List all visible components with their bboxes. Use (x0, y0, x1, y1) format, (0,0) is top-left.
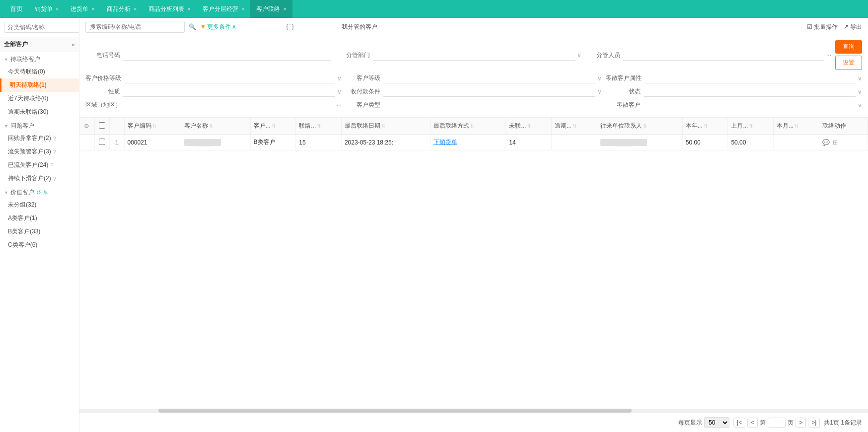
nav-product-analysis-list[interactable]: 商品分析列表 × (143, 0, 196, 18)
col-overdue[interactable]: 逾期... ⇅ (552, 118, 597, 135)
action-more-icon[interactable]: ⊞ (833, 139, 838, 146)
page-number-input[interactable]: 1 (768, 418, 786, 428)
col-this-month[interactable]: 本月... ⇅ (774, 118, 819, 135)
sidebar-item-tomorrow-contact[interactable]: 明天待联络(1) (0, 78, 79, 92)
query-button[interactable]: 查询 (835, 40, 862, 54)
all-customers-header[interactable]: 全部客户 « (0, 37, 79, 52)
sort-date-icon[interactable]: ⇅ (381, 123, 385, 129)
manager-input[interactable] (623, 50, 824, 61)
group-value-customer[interactable]: 价值客户 ↺ ✎ (0, 185, 79, 198)
retail-customer-dropdown-icon[interactable]: ∨ (858, 102, 862, 109)
sort-type-icon[interactable]: ⇅ (272, 123, 276, 129)
row-name[interactable]: ████ (181, 135, 250, 150)
sidebar-item-class-a[interactable]: A类客户(1) (0, 212, 79, 225)
sidebar-search-input[interactable] (4, 22, 79, 33)
help-churn-icon[interactable]: ? (53, 149, 56, 155)
nature-dropdown-icon[interactable]: ∨ (337, 88, 342, 95)
help-churned-icon[interactable]: ? (50, 162, 53, 168)
row-checkbox[interactable] (99, 139, 105, 145)
more-conditions-button[interactable]: ▼ 更多条件 ∧ (200, 23, 236, 31)
horizontal-scrollbar[interactable] (79, 409, 868, 413)
status-input[interactable] (644, 86, 856, 97)
sidebar-item-today-contact[interactable]: 今天待联络(0) (0, 65, 79, 78)
col-last-month[interactable]: 上月... ⇅ (728, 118, 774, 135)
edit-value-icon[interactable]: ✎ (43, 189, 48, 196)
customer-level-input[interactable] (383, 73, 595, 83)
my-customers-checkbox[interactable] (240, 24, 340, 30)
col-last-contact-method[interactable]: 最后联络方式 ⇅ (430, 118, 506, 135)
retail-attr-input[interactable]: 全部 (645, 73, 856, 83)
close-purchase-order-icon[interactable]: × (91, 6, 94, 12)
customer-level-dropdown-icon[interactable]: ∨ (597, 75, 602, 82)
help-repurchase-icon[interactable]: ? (53, 136, 56, 142)
prev-page-button[interactable]: < (747, 418, 758, 428)
col-gear[interactable]: ⚙ (79, 118, 94, 135)
batch-operation-button[interactable]: ☑ 批量操作 (807, 23, 838, 31)
contact-method-link[interactable]: 下销货单 (434, 139, 457, 145)
nav-home[interactable]: 首页 (4, 0, 29, 18)
action-chat-icon[interactable]: 💬 (822, 139, 830, 146)
customer-type-input[interactable] (383, 100, 602, 110)
sort-contact-icon[interactable]: ⇅ (317, 123, 321, 129)
col-uncontacted[interactable]: 未联... ⇅ (506, 118, 552, 135)
row-checkbox-cell[interactable] (94, 135, 109, 150)
manager-more-icon[interactable]: ··· (826, 52, 831, 59)
select-all-checkbox[interactable] (99, 122, 105, 129)
area-more-icon[interactable]: ··· (337, 102, 342, 109)
search-input[interactable] (85, 21, 185, 33)
sidebar-item-churn-warning[interactable]: 流失预警客户(3) ? (0, 145, 79, 158)
sort-method-icon[interactable]: ⇅ (470, 123, 474, 129)
status-dropdown-icon[interactable]: ∨ (858, 88, 862, 95)
last-page-button[interactable]: >| (808, 418, 820, 428)
close-product-analysis-icon[interactable]: × (134, 6, 137, 12)
payment-input[interactable] (383, 86, 595, 97)
nature-input[interactable] (123, 86, 335, 97)
nav-purchase-order[interactable]: 进货单 × (65, 0, 100, 18)
nav-product-analysis[interactable]: 商品分析 × (101, 0, 143, 18)
collapse-sidebar-icon[interactable]: « (72, 41, 75, 48)
sort-lastmonth-icon[interactable]: ⇅ (749, 123, 753, 129)
sort-thismonth-icon[interactable]: ⇅ (795, 123, 798, 129)
sort-name-icon[interactable]: ⇅ (209, 123, 213, 129)
dept-input[interactable] (373, 50, 575, 61)
export-button[interactable]: ↗ 导出 (844, 23, 862, 31)
group-problem-customer[interactable]: 问题客户 (0, 119, 79, 132)
retail-attr-dropdown-icon[interactable]: ∨ (858, 75, 862, 82)
sort-year-icon[interactable]: ⇅ (704, 123, 708, 129)
price-level-dropdown-icon[interactable]: ∨ (337, 75, 342, 82)
phone-input[interactable] (123, 50, 331, 61)
sidebar-item-class-c[interactable]: C类客户(6) (0, 238, 79, 252)
retail-customer-input[interactable]: 全部 (644, 100, 856, 110)
refresh-value-icon[interactable]: ↺ (36, 189, 41, 196)
setting-button[interactable]: 设置 (835, 56, 862, 70)
col-checkbox[interactable] (94, 118, 109, 135)
col-unit-contact[interactable]: 往来单位联系人 ⇅ (597, 118, 682, 135)
col-this-year[interactable]: 本年... ⇅ (682, 118, 728, 135)
price-level-input[interactable] (124, 73, 335, 83)
sidebar-item-ungrouped[interactable]: 未分组(32) (0, 198, 79, 212)
col-customer-type[interactable]: 客户... ⇅ (250, 118, 296, 135)
payment-dropdown-icon[interactable]: ∨ (597, 88, 602, 95)
col-customer-name[interactable]: 客户名称 ⇅ (181, 118, 250, 135)
area-input[interactable] (124, 100, 335, 110)
sort-code-icon[interactable]: ⇅ (152, 123, 156, 129)
close-product-list-icon[interactable]: × (187, 6, 190, 12)
row-code[interactable]: 000021 (124, 135, 181, 150)
close-layering-icon[interactable]: × (241, 6, 244, 12)
help-declining-icon[interactable]: ? (53, 176, 56, 182)
col-last-contact-date[interactable]: 最后联络日期 ⇅ (341, 118, 430, 135)
sort-unit-icon[interactable]: ⇅ (643, 123, 647, 129)
nav-customer-contact[interactable]: 客户联络 × (250, 0, 292, 18)
sidebar-item-class-b[interactable]: B类客户(33) (0, 225, 79, 238)
sidebar-item-7days-contact[interactable]: 近7天待联络(0) (0, 92, 79, 105)
close-contact-icon[interactable]: × (283, 6, 286, 12)
sidebar-item-declining[interactable]: 持续下滑客户(2) ? (0, 172, 79, 185)
next-page-button[interactable]: > (796, 418, 806, 428)
col-contact-count[interactable]: 联络... ⇅ (296, 118, 342, 135)
per-page-select[interactable]: 50 100 200 (704, 417, 729, 428)
my-customers-checkbox-label[interactable]: 我分管的客户 (240, 23, 377, 31)
group-pending-contact[interactable]: 待联络客户 (0, 52, 79, 65)
nav-sales-order[interactable]: 销货单 × (29, 0, 65, 18)
row-last-contact-method[interactable]: 下销货单 (430, 135, 506, 150)
sidebar-item-overdue-contact[interactable]: 逾期未联络(30) (0, 105, 79, 119)
